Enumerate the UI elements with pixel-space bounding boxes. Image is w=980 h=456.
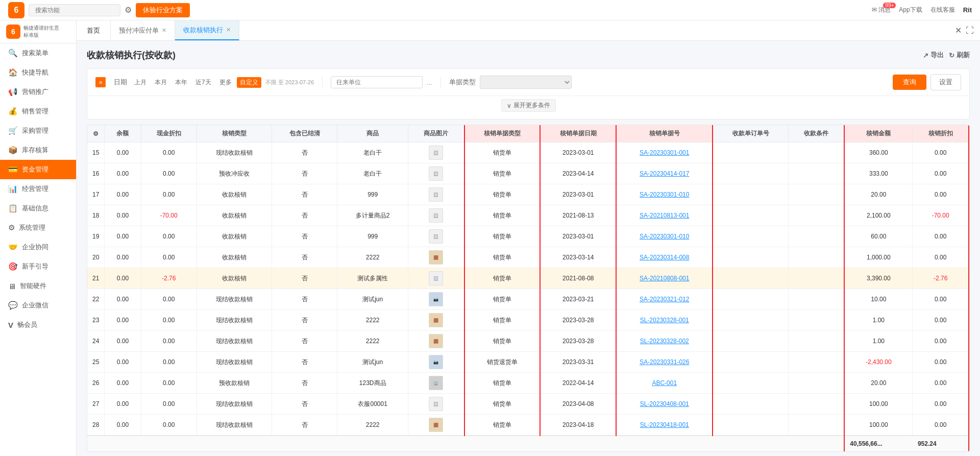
- cell-settled: 否: [272, 331, 337, 352]
- setting-btn[interactable]: 设置: [930, 74, 961, 90]
- message-badge: 99+: [883, 3, 896, 8]
- cell-settled: 否: [272, 268, 337, 289]
- page-title-row: 收款核销执行(按收款) ↗ 导出 ↻ 刷新: [87, 49, 970, 61]
- sidebar-item-operation[interactable]: 📊 经营管理: [0, 179, 76, 199]
- cell-writeoff-discount: 0.00: [913, 226, 969, 247]
- cell-bill-no[interactable]: SA-20230301-001: [616, 142, 713, 163]
- goods-image: 🟫: [429, 250, 443, 265]
- top-bar: 6 ⚙ 休验行业方案 ✉ 99+ 消息 App下载 在线客服 Rit: [0, 0, 980, 20]
- date-btn-custom[interactable]: 自定义: [237, 77, 261, 88]
- table-row: 17 0.00 0.00 收款核销 否 999 🖼 销货单 2023-03-01…: [87, 184, 969, 205]
- sidebar-item-system[interactable]: ⚙ 系统管理: [0, 218, 76, 237]
- cell-bill-no[interactable]: ABC-001: [616, 373, 713, 394]
- sidebar-item-collab[interactable]: 🤝 企业协同: [0, 237, 76, 257]
- cell-bill-no[interactable]: SA-20230314-008: [616, 247, 713, 268]
- cell-bill-no[interactable]: SL-20230418-001: [616, 415, 713, 436]
- cell-bill-no[interactable]: SL-20230328-002: [616, 331, 713, 352]
- search-input[interactable]: [29, 4, 120, 16]
- content-area: 首页 预付冲应付单 ✕ 收款核销执行 ✕ ✕ ⛶ 收款核销执行(按收款): [77, 20, 980, 456]
- goods-image: 📷: [429, 292, 443, 306]
- refresh-btn[interactable]: ↻ 刷新: [949, 51, 970, 60]
- settings-icon[interactable]: ⚙: [125, 5, 132, 15]
- tab-bar-actions: ✕ ⛶: [949, 20, 980, 40]
- query-btn[interactable]: 查询: [893, 75, 926, 90]
- sidebar-item-finance[interactable]: 💳 资金管理: [0, 160, 76, 179]
- cell-receipt-condition: [788, 268, 844, 289]
- cell-balance: 0.00: [105, 310, 141, 331]
- partner-input[interactable]: [331, 76, 423, 88]
- sidebar-item-marketing[interactable]: 📢 营销推广: [0, 82, 76, 102]
- table-row: 24 0.00 0.00 现结收款核销 否 2222 🟫 销货单 2023-03…: [87, 331, 969, 352]
- cell-goods: 2222: [337, 331, 408, 352]
- partner-dots[interactable]: ...: [427, 79, 432, 86]
- filter-section: » 日期 上月 本月 本年 近7天 更多 自定义 不限 至 2023-07-2: [87, 68, 970, 119]
- tab-home[interactable]: 首页: [77, 20, 111, 40]
- online-service-btn[interactable]: 在线客服: [930, 6, 955, 14]
- member-icon: V: [8, 321, 13, 329]
- sidebar-item-member[interactable]: V 畅会员: [0, 315, 76, 334]
- export-btn[interactable]: ↗ 导出: [923, 51, 944, 60]
- app-download-btn[interactable]: App下载: [899, 6, 922, 14]
- cell-receipt-condition: [788, 184, 844, 205]
- cell-bill-no[interactable]: SL-20230328-001: [616, 310, 713, 331]
- date-btn-7days[interactable]: 近7天: [192, 77, 214, 88]
- col-settings[interactable]: ⚙: [87, 125, 105, 142]
- cell-id: 27: [87, 394, 105, 415]
- cell-bill-no[interactable]: SA-20230414-017: [616, 163, 713, 184]
- sidebar-item-hardware[interactable]: 🖥 智能硬件: [0, 276, 76, 296]
- cell-goods: 123D商品: [337, 373, 408, 394]
- sidebar-item-search[interactable]: 🔍 搜索菜单: [0, 43, 76, 63]
- cell-bill-no[interactable]: SA-20230301-010: [616, 226, 713, 247]
- expand-more-btn[interactable]: ∨ 展开更多条件: [501, 99, 556, 112]
- table-row: 28 0.00 0.00 现结收款核销 否 2222 🟫 销货单 2023-04…: [87, 415, 969, 436]
- cell-bill-no[interactable]: SL-20230408-001: [616, 394, 713, 415]
- tab-prepayment-close[interactable]: ✕: [162, 27, 166, 34]
- tab-writeoff[interactable]: 收款核销执行 ✕: [175, 20, 239, 40]
- sidebar-label-collab: 企业协同: [22, 243, 48, 252]
- message-btn[interactable]: ✉ 99+ 消息: [872, 6, 891, 14]
- data-table-wrap: ⚙ 余额 现金折扣 核销类型 包含已结清 商品 商品图片 核销单据类型 核销单据…: [87, 125, 970, 452]
- doc-type-select[interactable]: [480, 76, 572, 89]
- cell-writeoff-amount: -2,430.00: [844, 352, 913, 373]
- industry-btn[interactable]: 休验行业方案: [136, 3, 190, 17]
- sidebar-item-sales[interactable]: 💰 销售管理: [0, 102, 76, 121]
- col-writeoff-discount: 核销折扣: [913, 125, 969, 142]
- date-btn-this-year[interactable]: 本年: [172, 77, 190, 88]
- sidebar-item-inventory[interactable]: 📦 库存核算: [0, 140, 76, 160]
- cell-img: 🟫: [408, 310, 464, 331]
- date-btn-last-month[interactable]: 上月: [131, 77, 150, 88]
- cell-bill-no[interactable]: SA-20210808-001: [616, 268, 713, 289]
- cell-settled: 否: [272, 415, 337, 436]
- cell-receipt-condition: [788, 142, 844, 163]
- tab-writeoff-close[interactable]: ✕: [226, 27, 231, 33]
- cell-receipt-order: [713, 289, 788, 310]
- tab-expand-icon[interactable]: ⛶: [966, 26, 974, 35]
- cell-bill-no[interactable]: SA-20230331-026: [616, 352, 713, 373]
- sidebar-item-purchase[interactable]: 🛒 采购管理: [0, 121, 76, 140]
- sidebar-item-wechat[interactable]: 💬 企业微信: [0, 296, 76, 315]
- col-writeoff-type: 核销类型: [197, 125, 272, 142]
- cell-bill-type: 销货单: [464, 331, 541, 352]
- tab-close-all-icon[interactable]: ✕: [955, 26, 962, 35]
- date-btn-more[interactable]: 更多: [216, 77, 235, 88]
- sidebar-item-quicknav[interactable]: 🏠 快捷导航: [0, 63, 76, 82]
- export-icon: ↗: [923, 52, 928, 59]
- cell-bill-no[interactable]: SA-20230321-012: [616, 289, 713, 310]
- filter-expand-btn[interactable]: »: [95, 77, 106, 87]
- tab-prepayment[interactable]: 预付冲应付单 ✕: [111, 20, 175, 40]
- collab-icon: 🤝: [8, 243, 18, 252]
- sidebar-item-basic[interactable]: 📋 基础信息: [0, 199, 76, 218]
- cell-bill-date: 2023-03-21: [540, 289, 616, 310]
- table-row: 23 0.00 0.00 现结收款核销 否 2222 🟫 销货单 2023-03…: [87, 310, 969, 331]
- sidebar-item-guide[interactable]: 🎯 新手引导: [0, 257, 76, 276]
- cell-settled: 否: [272, 310, 337, 331]
- cell-bill-no[interactable]: SA-20230301-010: [616, 184, 713, 205]
- col-bill-no: 核销单据号: [616, 125, 713, 142]
- cell-writeoff-amount: 10.00: [844, 289, 913, 310]
- cell-balance: 0.00: [105, 247, 141, 268]
- cell-balance: 0.00: [105, 394, 141, 415]
- cell-bill-no[interactable]: SA-20210813-001: [616, 205, 713, 226]
- date-btn-this-month[interactable]: 本月: [152, 77, 170, 88]
- cell-writeoff-discount: -70.00: [913, 205, 969, 226]
- cell-settled: 否: [272, 373, 337, 394]
